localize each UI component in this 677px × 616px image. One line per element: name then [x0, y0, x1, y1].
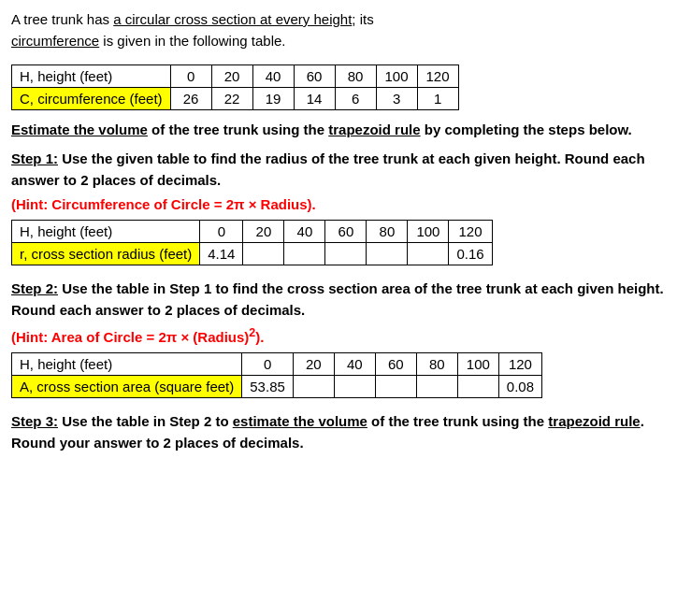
step1-row1-val0: 4.14 — [200, 243, 243, 265]
step3-link2: trapezoid rule — [548, 413, 640, 429]
table1-row1-val2: 19 — [252, 88, 294, 110]
step1-section: Step 1: Use the given table to find the … — [11, 149, 666, 265]
step1-header-h: H, height (feet) — [12, 221, 200, 243]
table1-row1-val3: 14 — [294, 88, 335, 110]
step2-heading: Step 2: Use the table in Step 1 to find … — [11, 279, 666, 321]
step2-row1-val1 — [293, 376, 334, 398]
step2-row1-val0: 53.85 — [242, 376, 294, 398]
step3-label: Step 3: — [11, 413, 58, 429]
table1-row1-val4: 6 — [335, 88, 376, 110]
step2-header-h: H, height (feet) — [12, 353, 242, 376]
step2-header-40: 40 — [334, 353, 375, 376]
table1-header-100: 100 — [376, 65, 417, 88]
step3-text-part2: of the tree trunk using the — [367, 413, 548, 429]
circumference-table: H, height (feet) 0 20 40 60 80 100 120 C… — [11, 64, 459, 110]
step3-heading: Step 3: Use the table in Step 2 to estim… — [11, 411, 666, 453]
step1-label: Step 1: — [11, 150, 58, 166]
estimate-paragraph: Estimate the volume of the tree trunk us… — [11, 122, 666, 137]
step2-row1-label: A, cross section area (square feet) — [12, 376, 242, 398]
step2-header-80: 80 — [416, 353, 457, 376]
step1-header-0: 0 — [200, 221, 243, 243]
estimate-text-end: by completing the steps below. — [421, 122, 632, 137]
step2-row1-val6: 0.08 — [498, 376, 541, 398]
step1-header-120: 120 — [449, 221, 492, 243]
table1-header-80: 80 — [335, 65, 376, 88]
estimate-link2: trapezoid rule — [328, 122, 420, 137]
step2-table: H, height (feet) 0 20 40 60 80 100 120 A… — [11, 352, 542, 398]
step2-text: Use the table in Step 1 to find the cros… — [11, 280, 664, 318]
step2-header-120: 120 — [498, 353, 541, 376]
step2-row1-val5 — [457, 376, 498, 398]
intro-link1: a circular cross section at every height — [113, 11, 352, 27]
step1-row1-val1 — [243, 243, 284, 265]
step1-row1-val2 — [284, 243, 325, 265]
intro-paragraph: A tree trunk has a circular cross sectio… — [11, 9, 666, 51]
step1-heading: Step 1: Use the given table to find the … — [11, 149, 666, 191]
table1-header-40: 40 — [252, 65, 294, 88]
step1-text: Use the given table to find the radius o… — [11, 150, 645, 188]
step2-hint: (Hint: Area of Circle = 2π × (Radius)2). — [11, 326, 666, 345]
step2-label: Step 2: — [11, 280, 58, 296]
step1-table: H, height (feet) 0 20 40 60 80 100 120 r… — [11, 220, 493, 265]
step3-section: Step 3: Use the table in Step 2 to estim… — [11, 411, 666, 453]
step2-row1-val2 — [334, 376, 375, 398]
step2-header-20: 20 — [293, 353, 334, 376]
step1-row1-val6: 0.16 — [449, 243, 492, 265]
intro-text-after-link1: ; its — [352, 11, 373, 27]
step2-hint-text: (Hint: Area of Circle = 2π × (Radius)2). — [11, 329, 264, 345]
table1-row1-val1: 22 — [211, 88, 252, 110]
step1-row1-val4 — [367, 243, 408, 265]
table1-row1-label: C, circumference (feet) — [12, 88, 171, 110]
step2-header-100: 100 — [457, 353, 498, 376]
step1-row1-val3 — [325, 243, 367, 265]
step3-link1: estimate the volume — [233, 413, 367, 429]
table1-header-120: 120 — [417, 65, 458, 88]
step2-header-0: 0 — [242, 353, 294, 376]
table1-header-20: 20 — [211, 65, 252, 88]
table1-header-0: 0 — [170, 65, 211, 88]
intro-link2: circumference — [11, 33, 99, 49]
table1-header-60: 60 — [294, 65, 335, 88]
step1-header-40: 40 — [284, 221, 325, 243]
step1-row1-val5 — [408, 243, 449, 265]
intro-text-before-link: A tree trunk has — [11, 11, 113, 27]
step1-row1-label: r, cross section radius (feet) — [12, 243, 200, 265]
table1-row1-val6: 1 — [417, 88, 458, 110]
step2-section: Step 2: Use the table in Step 1 to find … — [11, 279, 666, 398]
table1-row1-val0: 26 — [170, 88, 211, 110]
estimate-link1: Estimate the volume — [11, 122, 148, 137]
step2-row1-val3 — [375, 376, 416, 398]
step1-header-100: 100 — [408, 221, 449, 243]
step1-header-20: 20 — [243, 221, 284, 243]
estimate-text-mid: of the tree trunk using the — [148, 122, 328, 137]
table1-header-h: H, height (feet) — [12, 65, 171, 88]
step1-header-80: 80 — [367, 221, 408, 243]
intro-text-after-link2: is given in the following table. — [99, 33, 285, 49]
step2-row1-val4 — [416, 376, 457, 398]
step3-text-part1: Use the table in Step 2 to — [58, 413, 233, 429]
step1-header-60: 60 — [325, 221, 367, 243]
table1-row1-val5: 3 — [376, 88, 417, 110]
step2-header-60: 60 — [375, 353, 416, 376]
step1-hint: (Hint: Circumference of Circle = 2π × Ra… — [11, 196, 666, 212]
